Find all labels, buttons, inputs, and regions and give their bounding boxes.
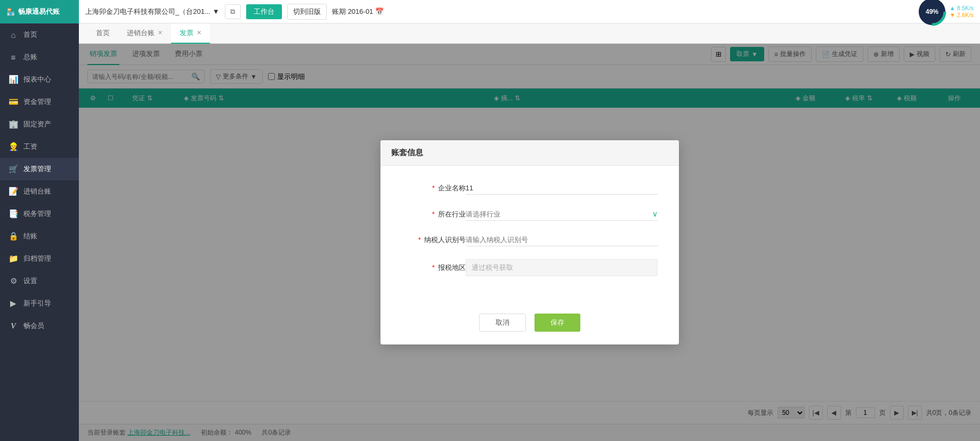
work-bench-button[interactable]: 工作台 (246, 4, 282, 19)
tab-invoice[interactable]: 发票 ✕ (171, 23, 210, 44)
tax-icon: 📑 (9, 209, 18, 219)
company-name-input[interactable] (466, 182, 658, 195)
tab-home-label: 首页 (96, 28, 110, 38)
tab-home[interactable]: 首页 (87, 23, 118, 44)
sidebar: 🏪 畅康通易代账 ⌂ 首页 ≡ 总账 📊 报表中心 💳 资金管理 🏢 固定资产 … (0, 0, 79, 441)
home-icon: ⌂ (9, 30, 18, 39)
tab-invoice-label: 发票 (180, 28, 193, 38)
sidebar-item-label: 报表中心 (23, 75, 51, 84)
cancel-button[interactable]: 取消 (479, 314, 526, 332)
sidebar-item-archive[interactable]: 📁 归档管理 (0, 247, 79, 270)
period-value: 2016-01 (348, 7, 374, 15)
settings-icon: ⚙ (9, 276, 18, 286)
form-row-company-name: * 企业名称 (402, 182, 658, 195)
industry-select-wrap[interactable]: ∨ (466, 207, 658, 221)
content-wrapper: 销项发票 进项发票 费用小票 ⊞ 取票 ▼ ≡ 批量操作 (79, 44, 980, 441)
sidebar-item-label: 总账 (23, 52, 37, 62)
industry-label: * 所在行业 (402, 210, 466, 219)
sidebar-item-label: 税务管理 (23, 209, 51, 219)
period-label: 账期 (332, 7, 346, 17)
close-account-icon: 🔒 (9, 231, 18, 241)
sidebar-item-label: 归档管理 (23, 254, 51, 263)
modal-footer: 取消 保存 (380, 305, 679, 344)
company-selector[interactable]: 上海卯金刀电子科技有限公司_（台201... ▼ (85, 7, 220, 17)
topbar-icon-btn[interactable]: ⧉ (225, 4, 241, 19)
account-info-modal: 账套信息 * 企业名称 * 所在行业 (380, 140, 679, 344)
sidebar-item-label: 新手引导 (23, 299, 51, 308)
sidebar-item-label: 首页 (23, 30, 37, 39)
tab-bar: 首页 进销台账 ✕ 发票 ✕ (79, 23, 980, 44)
required-star3: * (418, 236, 421, 244)
sidebar-logo: 🏪 畅康通易代账 (0, 0, 79, 23)
sidebar-item-member[interactable]: V 畅会员 (0, 315, 79, 337)
reports-icon: 📊 (9, 75, 18, 84)
ledger-icon: ≡ (9, 53, 18, 62)
required-star2: * (432, 210, 435, 218)
required-star4: * (432, 263, 435, 271)
sidebar-item-label: 进销台账 (23, 187, 51, 196)
sidebar-item-funds[interactable]: 💳 资金管理 (0, 91, 79, 113)
svg-text:49%: 49% (926, 8, 938, 15)
sidebar-item-reports[interactable]: 📊 报表中心 (0, 68, 79, 91)
industry-dropdown-arrow: ∨ (652, 210, 658, 218)
sidebar-item-label: 资金管理 (23, 97, 51, 107)
funds-icon: 💳 (9, 97, 18, 107)
sidebar-item-ledger[interactable]: ≡ 总账 (0, 46, 79, 68)
speed-info: ▲ 8.5K/s ▼ 2.6K/s (950, 5, 974, 18)
topbar: 上海卯金刀电子科技有限公司_（台201... ▼ ⧉ 工作台 切到旧版 账期 2… (79, 0, 980, 23)
period-display: 账期 2016-01 📅 (332, 7, 384, 17)
modal-overlay: 账套信息 * 企业名称 * 所在行业 (79, 44, 980, 441)
purchase-sales-icon: 📝 (9, 187, 18, 196)
speed-widget: 49% ▲ 8.5K/s ▼ 2.6K/s (918, 0, 974, 26)
sidebar-item-label: 工资 (23, 142, 37, 151)
tax-id-input[interactable] (466, 234, 658, 246)
tax-region-label: * 报税地区 (402, 263, 466, 272)
sidebar-item-home[interactable]: ⌂ 首页 (0, 23, 79, 46)
tab-purchase-sales[interactable]: 进销台账 ✕ (118, 23, 171, 44)
archive-icon: 📁 (9, 254, 18, 263)
modal-title: 账套信息 (380, 140, 679, 166)
salary-icon: 👷 (9, 142, 18, 151)
main-content: 上海卯金刀电子科技有限公司_（台201... ▼ ⧉ 工作台 切到旧版 账期 2… (79, 0, 980, 441)
tab-invoice-close[interactable]: ✕ (197, 29, 201, 36)
form-row-industry: * 所在行业 ∨ (402, 207, 658, 221)
company-dropdown-arrow: ▼ (213, 7, 220, 15)
sidebar-item-guide[interactable]: ▶ 新手引导 (0, 292, 79, 315)
calendar-icon[interactable]: 📅 (375, 7, 384, 15)
sidebar-item-purchase-sales[interactable]: 📝 进销台账 (0, 180, 79, 203)
sidebar-item-close[interactable]: 🔒 结账 (0, 225, 79, 247)
required-star: * (432, 184, 435, 192)
sidebar-item-label: 固定资产 (23, 119, 51, 129)
tax-id-label: * 纳税人识别号 (402, 235, 466, 245)
company-name-label: * 企业名称 (402, 183, 466, 193)
logo-icon: 🏪 (6, 8, 15, 16)
guide-icon: ▶ (9, 299, 18, 308)
logo-text: 畅康通易代账 (18, 7, 60, 17)
sidebar-item-label: 结账 (23, 231, 37, 241)
form-row-tax-id: * 纳税人识别号 (402, 234, 658, 246)
sidebar-item-invoice[interactable]: 🛒 发票管理 (0, 158, 79, 180)
sidebar-item-label: 设置 (23, 276, 37, 286)
sidebar-item-label: 发票管理 (23, 164, 51, 174)
sidebar-item-salary[interactable]: 👷 工资 (0, 135, 79, 158)
modal-body: * 企业名称 * 所在行业 ∨ (380, 166, 679, 305)
tab-purchase-sales-label: 进销台账 (127, 28, 155, 38)
upload-speed: ▲ 8.5K/s (950, 5, 974, 11)
copy-icon: ⧉ (230, 7, 235, 16)
switch-old-button[interactable]: 切到旧版 (287, 4, 327, 20)
sidebar-item-fixed-assets[interactable]: 🏢 固定资产 (0, 113, 79, 135)
fixed-assets-icon: 🏢 (9, 119, 18, 129)
tab-purchase-sales-close[interactable]: ✕ (158, 29, 163, 36)
industry-input[interactable] (466, 210, 652, 218)
sidebar-item-tax[interactable]: 📑 税务管理 (0, 203, 79, 225)
member-icon: V (9, 322, 18, 331)
save-button[interactable]: 保存 (534, 314, 580, 332)
sidebar-item-label: 畅会员 (23, 321, 44, 331)
tax-region-disabled: 通过税号获取 (466, 259, 658, 276)
speed-circle: 49% (918, 0, 946, 26)
sidebar-item-settings[interactable]: ⚙ 设置 (0, 270, 79, 292)
form-row-tax-region: * 报税地区 通过税号获取 (402, 259, 658, 276)
invoice-icon: 🛒 (9, 164, 18, 174)
company-name: 上海卯金刀电子科技有限公司_（台201... (85, 7, 210, 17)
download-speed: ▼ 2.6K/s (950, 12, 974, 18)
